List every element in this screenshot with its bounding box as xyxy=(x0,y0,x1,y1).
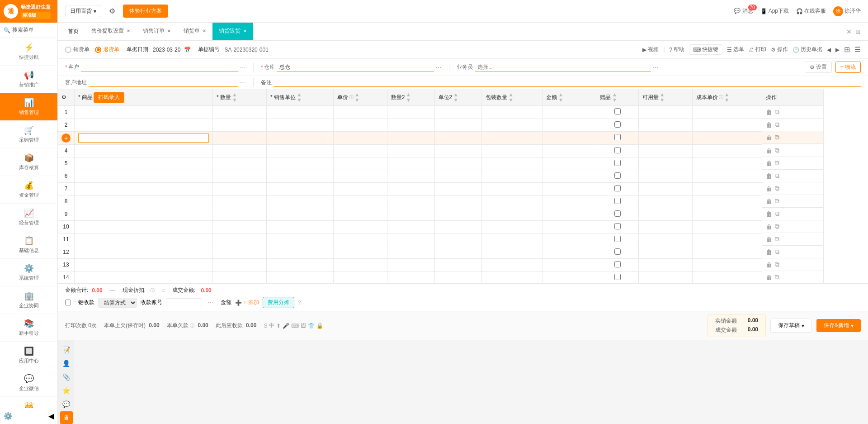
gift-checkbox[interactable] xyxy=(614,147,621,153)
th-unit2[interactable]: 单位2 ▲▼ xyxy=(434,89,482,106)
grid-view-icon[interactable]: ⊞ xyxy=(844,45,850,54)
sidebar-item-purchase[interactable]: 🛒 采购管理 xyxy=(0,121,57,148)
experience-button[interactable]: 体验行业方案 xyxy=(123,5,168,18)
account-picker[interactable]: ··· xyxy=(208,299,213,307)
history-button[interactable]: 🕐 历史单据 xyxy=(793,46,822,53)
tab-home[interactable]: 首页 xyxy=(61,23,85,40)
copy-row-button[interactable]: ⧉ xyxy=(775,121,779,129)
message-button[interactable]: 💬 消息 70 xyxy=(734,7,753,15)
tab-sales-return[interactable]: 销货退货 ✕ xyxy=(212,23,253,40)
copy-row-button[interactable]: ⧉ xyxy=(775,210,779,218)
settlement-select[interactable]: 结算方式 xyxy=(98,298,137,308)
sidebar-item-sales[interactable]: 📊 销售管理 xyxy=(0,93,57,121)
settings-icon[interactable]: ⚙️ xyxy=(4,412,13,420)
payment-checkbox[interactable]: 一键收款 xyxy=(65,299,94,306)
customer-picker[interactable]: ··· xyxy=(240,63,246,71)
delete-row-button[interactable]: 🗑 xyxy=(766,210,772,218)
next-record-button[interactable]: ▶ xyxy=(835,47,840,53)
sidebar-item-shortcut[interactable]: ⚡ 快捷导航 xyxy=(0,38,57,66)
th-qty2[interactable]: 数量2 ▲▼ xyxy=(387,89,434,106)
prev-record-button[interactable]: ◀ xyxy=(827,47,831,53)
sidebar-item-appstore[interactable]: 🔲 应用中心 xyxy=(0,342,57,369)
rp-active-button[interactable]: 🖥 xyxy=(60,411,73,424)
th-cost-price[interactable]: 成本单价 ⓘ ▲▼ xyxy=(692,89,762,106)
copy-row-button[interactable]: ⧉ xyxy=(775,235,779,243)
gift-checkbox[interactable] xyxy=(614,160,621,166)
sidebar-search[interactable]: 🔍 搜索菜单 xyxy=(0,23,57,38)
table-gear-icon[interactable]: ⚙ xyxy=(61,94,66,100)
sidebar-item-marketing[interactable]: 📢 营销推广 xyxy=(0,66,57,93)
print-button[interactable]: 🖨 打印 xyxy=(749,46,766,53)
copy-row-button[interactable]: ⧉ xyxy=(775,261,779,268)
save-new-button[interactable]: 保存&新增 ▾ xyxy=(816,319,861,332)
copy-row-button[interactable]: ⧉ xyxy=(775,108,779,116)
delete-row-button[interactable]: 🗑 xyxy=(766,236,772,243)
account-input[interactable] xyxy=(166,298,202,307)
sidebar-item-inventory[interactable]: 📦 库存核算 xyxy=(0,148,57,176)
rp-chat-button[interactable]: 💬 xyxy=(60,398,73,410)
gift-checkbox[interactable] xyxy=(614,172,621,179)
help-button[interactable]: ? 帮助 xyxy=(669,46,684,53)
select-button[interactable]: ☰ 选单 xyxy=(727,46,744,53)
copy-row-button[interactable]: ⧉ xyxy=(775,185,779,192)
customer-input[interactable] xyxy=(81,63,238,71)
warehouse-picker[interactable]: ··· xyxy=(436,63,442,71)
add-cost-button[interactable]: ➕ + 添加 xyxy=(235,299,259,306)
operate-button[interactable]: ⚙ 操作 xyxy=(771,46,788,53)
copy-row-button[interactable]: ⧉ xyxy=(775,248,779,256)
list-view-icon[interactable]: ☰ xyxy=(854,45,861,54)
rp-star-button[interactable]: ⭐ xyxy=(60,384,73,397)
gift-checkbox[interactable] xyxy=(614,134,621,140)
online-service-button[interactable]: 🎧 在线客服 xyxy=(796,7,826,15)
gift-checkbox[interactable] xyxy=(614,198,621,204)
delete-row-button[interactable]: 🗑 xyxy=(766,223,772,230)
copy-row-button[interactable]: ⧉ xyxy=(775,159,779,167)
gift-checkbox[interactable] xyxy=(614,236,621,242)
header-gear-button[interactable]: ⚙ xyxy=(106,5,118,18)
remark-input[interactable] xyxy=(274,78,861,87)
fees-button[interactable]: 费用分摊 xyxy=(263,297,294,308)
payment-check[interactable] xyxy=(65,300,71,305)
sidebar-item-operations[interactable]: 📈 经营管理 xyxy=(0,204,57,231)
sidebar-item-member[interactable]: 👑 畅会员 xyxy=(0,397,57,408)
save-draft-button[interactable]: 保存草稿 ▾ xyxy=(770,319,812,333)
th-gift[interactable]: 赠品 ▲▼ xyxy=(596,89,638,106)
settings-button[interactable]: ⚙ 设置 xyxy=(805,62,832,73)
video-button[interactable]: ▶ 视频 xyxy=(642,46,659,53)
copy-row-button[interactable]: ⧉ xyxy=(775,223,779,230)
gift-checkbox[interactable] xyxy=(614,185,621,191)
table-wrapper[interactable]: ⚙ * 商品 扫码录入 * 数 xyxy=(58,89,868,283)
gift-checkbox[interactable] xyxy=(614,210,621,217)
close-all-tabs-icon[interactable]: ✕ xyxy=(846,28,852,35)
rp-contacts-button[interactable]: 👤 xyxy=(60,357,73,370)
user-info[interactable]: 徐 徐泽华 xyxy=(833,6,861,16)
shortcut-button[interactable]: ⌨ 快捷键 xyxy=(689,44,722,55)
delete-row-button[interactable]: 🗑 xyxy=(766,248,772,256)
gift-checkbox[interactable] xyxy=(614,108,621,114)
delete-row-button[interactable]: 🗑 xyxy=(766,261,772,268)
radio-delivery[interactable]: 销货单 xyxy=(65,46,90,53)
gift-checkbox[interactable] xyxy=(614,223,621,229)
rp-notes-button[interactable]: 📝 xyxy=(60,343,73,356)
delete-row-button[interactable]: 🗑 xyxy=(766,121,772,129)
tab-close-icon[interactable]: ✕ xyxy=(127,29,130,33)
tab-close-icon[interactable]: ✕ xyxy=(167,29,171,33)
th-amount[interactable]: 金额 ▲▼ xyxy=(542,89,596,106)
th-product[interactable]: * 商品 扫码录入 xyxy=(75,89,213,106)
rp-files-button[interactable]: 📎 xyxy=(60,371,73,383)
delete-row-button[interactable]: 🗑 xyxy=(766,172,772,180)
expand-view-icon[interactable]: ⊞ xyxy=(855,28,861,35)
delete-row-button[interactable]: 🗑 xyxy=(766,274,772,281)
module-selector[interactable]: 日用百货 ▾ xyxy=(65,5,101,17)
sidebar-item-enterprise[interactable]: 🏢 企业协同 xyxy=(0,286,57,314)
radio-return[interactable]: 退货单 xyxy=(95,46,119,53)
date-value[interactable]: 2023-03-20 xyxy=(153,47,180,53)
delete-row-button[interactable]: 🗑 xyxy=(766,198,772,205)
delete-row-button[interactable]: 🗑 xyxy=(766,147,772,154)
tab-sales-order[interactable]: 销售订单 ✕ xyxy=(137,23,177,40)
gift-checkbox[interactable] xyxy=(614,261,621,267)
delete-row-button[interactable]: 🗑 xyxy=(766,160,772,167)
gift-checkbox[interactable] xyxy=(614,274,621,280)
copy-row-button[interactable]: ⧉ xyxy=(775,172,779,180)
staff-picker[interactable]: ··· xyxy=(653,63,659,71)
